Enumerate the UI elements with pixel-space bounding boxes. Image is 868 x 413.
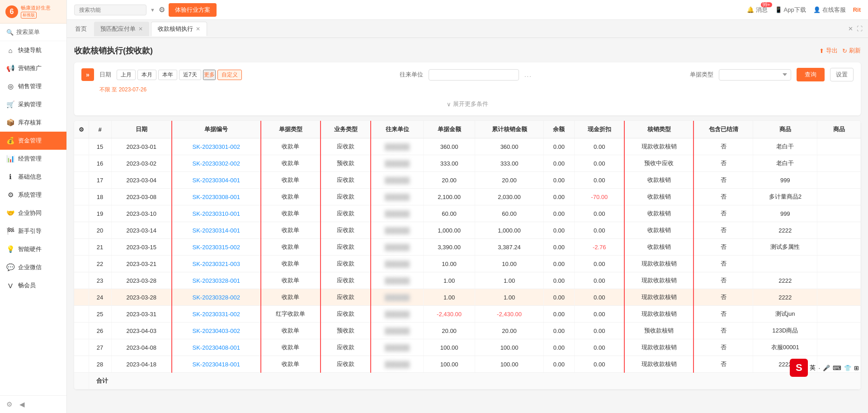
voucher-link[interactable]: SK-20230418-001 [193,361,241,368]
total-settings-cell [74,373,89,389]
user-profile[interactable]: Rit [853,6,861,13]
sidebar-item-guide[interactable]: 🏁 新手引导 [0,222,66,240]
tab-pre-payment[interactable]: 预匹配应付单 ✕ [94,22,149,36]
table-row: 28 2023-04-18 SK-20230418-001 收款单 应收款 ██… [74,356,861,373]
cell-voucher-type: 收款单 [261,289,321,306]
voucher-link[interactable]: SK-20230331-002 [193,311,241,318]
search-input[interactable] [74,5,146,15]
filter-more-dates[interactable]: 更多 [203,70,216,80]
sidebar-search[interactable]: 🔍 搜索菜单 [0,24,66,41]
settings-bottom-icon[interactable]: ⚙ [6,400,12,408]
export-button[interactable]: ⬆ 导出 [819,47,838,55]
voucher-link[interactable]: SK-20230328-002 [193,294,241,301]
tab-home[interactable]: 首页 [69,22,93,36]
voucher-link[interactable]: SK-20230328-001 [193,277,241,284]
cell-row-num: 21 [89,239,111,256]
sidebar-item-hardware[interactable]: 💡 智能硬件 [0,240,66,258]
th-settings[interactable]: ⚙ [74,121,89,138]
cell-row-num: 25 [89,306,111,323]
sidebar-item-basic[interactable]: ℹ 基础信息 [0,168,66,186]
bell-icon: 🔔 [747,6,754,13]
grid-icon[interactable]: ⌨ [833,365,841,371]
settings-button[interactable]: 设置 [830,68,854,81]
user-label: Rit [853,6,861,13]
cell-voucher-type: 收款单 [261,272,321,289]
english-icon[interactable]: 英 [810,364,816,372]
cell-include-settled: 否 [693,256,753,272]
apps-icon[interactable]: ⊞ [854,365,859,371]
chevron-down-icon: ∨ [447,101,451,108]
voucher-link[interactable]: SK-20230304-001 [193,177,241,184]
cell-voucher-no: SK-20230315-002 [172,239,261,256]
cell-date: 2023-03-28 [111,289,172,306]
table-scroll[interactable]: ⚙ # 日期 单据编号 单据类型 业务类型 往来单位 单据金额 累计核销金额 余… [74,121,861,389]
industry-solution-button[interactable]: 体验行业方案 [169,3,217,17]
refresh-label: 刷新 [849,47,861,55]
cell-voucher-type: 收款单 [261,138,321,155]
filter-custom-date[interactable]: 自定义 [217,70,242,80]
voucher-link[interactable]: SK-20230403-002 [193,328,241,334]
sidebar-item-wechat[interactable]: 💬 企业微信 [0,258,66,276]
sidebar-item-member[interactable]: V 畅会员 [0,276,66,294]
voucher-link[interactable]: SK-20230408-001 [193,344,241,351]
cell-biz-type: 应收款 [321,205,371,222]
messages-button[interactable]: 🔔 消息 99+ [747,6,768,14]
sidebar-item-enterprise[interactable]: 🤝 企业协同 [0,204,66,222]
filter-expand-button[interactable]: » [81,68,94,81]
maximize-icon[interactable]: ⛶ [857,25,863,32]
sidebar-item-operations[interactable]: 📊 经营管理 [0,150,66,168]
sidebar-item-purchase[interactable]: 🛒 采购管理 [0,95,66,114]
cell-product: 999 [753,205,817,222]
gear-icon[interactable]: ⚙ [159,5,165,14]
collapse-icon[interactable]: ◀ [19,400,25,408]
refresh-icon: ↻ [842,47,847,54]
tab-close-icon[interactable]: ✕ [196,26,200,32]
query-button[interactable]: 查询 [797,68,825,81]
cell-partner: ██████ [371,323,423,339]
voucher-link[interactable]: SK-20230321-003 [193,261,241,267]
table-row: 24 2023-03-28 SK-20230328-002 收款单 应收款 ██… [74,289,861,306]
cell-balance: 0.00 [543,155,574,172]
voucher-link[interactable]: SK-20230308-001 [193,194,241,200]
cell-include-settled: 否 [693,323,753,339]
sidebar-item-system[interactable]: ⚙ 系统管理 [0,186,66,204]
cell-cancel-amount: 1,000.00 [475,222,543,239]
close-window-icon[interactable]: ✕ [848,25,853,32]
filter-voucher-type-select[interactable]: 收款单 红字收款单 [719,69,791,81]
filter-last-month[interactable]: 上月 [117,70,136,80]
cell-cash-discount: 0.00 [575,356,625,373]
sidebar-item-marketing[interactable]: 📢 营销推广 [0,59,66,77]
sidebar-item-finance[interactable]: 💰 资金管理 [0,132,66,150]
expand-more-conditions[interactable]: ∨ 展开更多条件 [81,98,854,110]
cell-cancel-amount: 360.00 [475,138,543,155]
voucher-link[interactable]: SK-20230315-002 [193,244,241,251]
online-service-button[interactable]: 👤 在线客服 [813,6,846,14]
cell-product2 [817,138,861,155]
tab-collection-cancel[interactable]: 收款核销执行 ✕ [151,22,207,36]
cell-biz-type: 应收款 [321,138,371,155]
refresh-button[interactable]: ↻ 刷新 [842,47,861,55]
sidebar-item-quick-nav[interactable]: ⌂ 快捷导航 [0,41,66,59]
voucher-link[interactable]: SK-20230301-002 [193,143,241,150]
cell-product [753,256,817,272]
app-download-button[interactable]: 📱 App下载 [775,6,806,14]
cell-balance: 0.00 [543,339,574,356]
cell-include-settled: 否 [693,222,753,239]
mic-icon[interactable]: 🎤 [823,365,830,371]
cell-amount: 60.00 [423,205,475,222]
table-row: 18 2023-03-08 SK-20230308-001 收款单 应收款 ██… [74,189,861,205]
shirt-icon[interactable]: 👕 [844,365,851,371]
sidebar-item-inventory[interactable]: 📦 库存核算 [0,114,66,132]
filter-this-month[interactable]: 本月 [137,70,156,80]
cell-balance: 0.00 [543,172,574,189]
tab-close-icon[interactable]: ✕ [138,26,143,32]
sidebar-item-sales[interactable]: ◎ 销售管理 [0,77,66,95]
cell-biz-type: 预收款 [321,155,371,172]
filter-this-year[interactable]: 本年 [158,70,177,80]
cell-cash-discount: 0.00 [575,323,625,339]
voucher-link[interactable]: SK-20230302-002 [193,160,241,167]
voucher-link[interactable]: SK-20230310-001 [193,210,241,217]
filter-last-7-days[interactable]: 近7天 [179,70,201,80]
filter-partner-input[interactable] [429,69,519,81]
voucher-link[interactable]: SK-20230314-001 [193,227,241,234]
